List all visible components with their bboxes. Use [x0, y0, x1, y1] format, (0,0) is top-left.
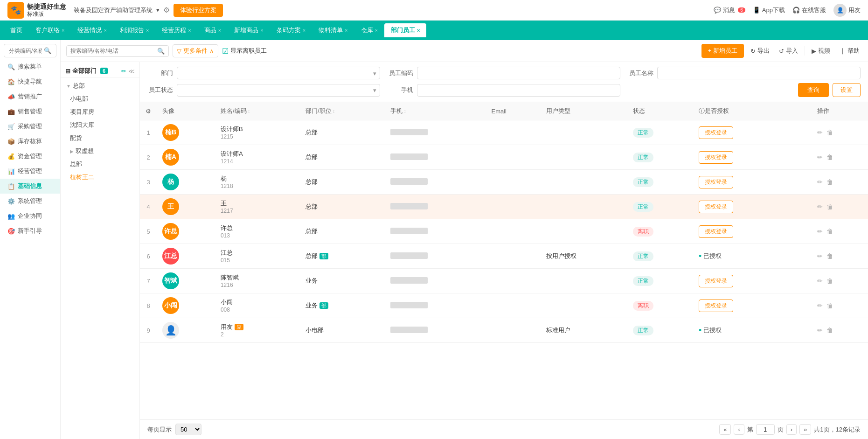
close-icon[interactable]: × — [375, 28, 378, 33]
sidebar-search-input[interactable] — [9, 48, 42, 54]
trial-btn[interactable]: 体验行业方案 — [174, 4, 223, 17]
help-btn[interactable]: ｜ 帮助 — [837, 45, 862, 57]
tab-customer[interactable]: 客户联络 × — [29, 23, 71, 37]
edit-icon[interactable]: ✏ — [817, 302, 823, 309]
edit-icon[interactable]: ✏ — [817, 203, 823, 210]
edit-icon[interactable]: ✏ — [817, 153, 823, 161]
th-settings[interactable]: ⚙ — [140, 102, 157, 120]
setting-btn[interactable]: 设置 — [833, 83, 861, 97]
delete-icon[interactable]: 🗑 — [826, 327, 833, 334]
app-download-btn[interactable]: 📱 App下载 — [753, 6, 785, 14]
delete-icon[interactable]: 🗑 — [826, 129, 833, 136]
sidebar-item-marketing[interactable]: 📣 营销推广 — [0, 89, 60, 104]
query-btn[interactable]: 查询 — [798, 83, 829, 97]
auth-login-btn[interactable]: 授权登录 — [699, 176, 733, 188]
cell-auth[interactable]: 授权登录 — [693, 120, 788, 145]
close-icon[interactable]: × — [218, 28, 221, 33]
close-icon[interactable]: × — [188, 28, 191, 33]
delete-icon[interactable]: 🗑 — [826, 277, 833, 285]
cell-auth[interactable]: 授权登录 — [693, 195, 788, 219]
edit-icon[interactable]: ✏ — [817, 252, 823, 260]
edit-icon[interactable]: ✏ — [817, 228, 823, 235]
close-icon[interactable]: × — [146, 28, 149, 33]
tab-bom[interactable]: 物料清单 × — [312, 23, 354, 37]
tab-barcode[interactable]: 条码方案 × — [270, 23, 312, 37]
sidebar-item-inventory[interactable]: 📦 库存核算 — [0, 134, 60, 149]
status-select-wrap[interactable] — [177, 84, 380, 97]
sidebar-item-sales[interactable]: 💼 销售管理 — [0, 104, 60, 119]
prev-page-btn[interactable]: ‹ — [734, 424, 744, 435]
sidebar-item-system[interactable]: ⚙️ 系统管理 — [0, 194, 60, 209]
dept-item-xlk[interactable]: 项目库房 — [61, 105, 139, 118]
import-btn[interactable]: ↺ 导入 — [776, 45, 801, 57]
th-name[interactable]: 姓名/编码 — [215, 102, 300, 120]
close-icon[interactable]: × — [345, 28, 347, 33]
dept-item-xbd[interactable]: 小电部 — [61, 92, 139, 105]
page-size-select[interactable]: 50 100 — [175, 424, 201, 435]
dept-search-box[interactable]: 🔍 — [66, 45, 169, 57]
tab-employees[interactable]: 部门员工 × — [384, 23, 426, 37]
collapse-icon[interactable]: ≪ — [128, 68, 135, 75]
tab-history[interactable]: 经营历程 × — [155, 23, 197, 37]
dept-search-input[interactable] — [70, 48, 155, 54]
delete-icon[interactable]: 🗑 — [826, 228, 833, 235]
sidebar-item-guide[interactable]: 🎯 新手引导 — [0, 223, 60, 238]
delete-icon[interactable]: 🗑 — [826, 153, 833, 161]
add-employee-btn[interactable]: + 新增员工 — [701, 44, 744, 58]
sidebar-item-search[interactable]: 🔍 搜索菜单 — [0, 59, 60, 74]
dept-item-sydk[interactable]: 沈阳大库 — [61, 118, 139, 132]
system-select-btn[interactable]: ▾ — [156, 7, 160, 14]
dept-select-wrap[interactable] — [177, 67, 380, 79]
online-service-btn[interactable]: 🎧 在线客服 — [792, 6, 826, 14]
dept-item-head[interactable]: ▼ 总部 — [61, 79, 139, 92]
tab-warehouse[interactable]: 仓库 × — [354, 23, 384, 37]
tab-business[interactable]: 经营情况 × — [71, 23, 113, 37]
export-btn[interactable]: ↻ 导出 — [748, 45, 772, 57]
next-page-btn[interactable]: › — [786, 424, 797, 435]
sidebar-item-nav[interactable]: 🏠 快捷导航 — [0, 74, 60, 89]
sidebar-search-box[interactable]: 🔍 — [4, 44, 56, 57]
dept-item-zb[interactable]: 总部 — [61, 158, 139, 171]
delete-icon[interactable]: 🗑 — [826, 252, 833, 260]
settings-icon[interactable]: ⚙ — [163, 6, 170, 14]
status-select[interactable] — [177, 84, 380, 97]
cell-auth[interactable]: 授权登录 — [693, 170, 788, 195]
dept-select[interactable] — [177, 67, 380, 79]
tab-goods[interactable]: 商品 × — [198, 23, 228, 37]
close-icon[interactable]: × — [303, 28, 306, 33]
dept-item-zswer[interactable]: 植树王二 — [61, 171, 139, 184]
close-icon[interactable]: × — [62, 28, 64, 33]
close-icon[interactable]: × — [417, 28, 420, 33]
sidebar-item-collab[interactable]: 👥 企业协同 — [0, 209, 60, 223]
empname-input[interactable] — [657, 67, 861, 79]
dept-item-ph[interactable]: 配货 — [61, 132, 139, 145]
page-input[interactable] — [756, 424, 775, 435]
auth-login-btn[interactable]: 授权登录 — [699, 151, 733, 164]
auth-login-btn[interactable]: 授权登录 — [699, 300, 733, 312]
edit-dept-icon[interactable]: ✏ — [121, 68, 126, 75]
empcode-input[interactable] — [417, 67, 620, 79]
edit-icon[interactable]: ✏ — [817, 277, 823, 285]
sidebar-item-finance[interactable]: 💰 资金管理 — [0, 149, 60, 164]
close-icon[interactable]: × — [104, 28, 106, 33]
tab-home[interactable]: 首页 — [4, 23, 29, 37]
sidebar-item-purchase[interactable]: 🛒 采购管理 — [0, 119, 60, 134]
cell-auth[interactable]: 授权登录 — [693, 269, 788, 293]
last-page-btn[interactable]: » — [799, 424, 811, 435]
edit-icon[interactable]: ✏ — [817, 129, 823, 136]
cell-auth[interactable]: 授权登录 — [693, 293, 788, 318]
user-avatar[interactable]: 👤 用友 — [833, 4, 861, 17]
dept-item-sxc[interactable]: ▶ 双虚想 — [61, 145, 139, 158]
edit-icon[interactable]: ✏ — [817, 178, 823, 186]
auth-login-btn[interactable]: 授权登录 — [699, 225, 733, 238]
auth-login-btn[interactable]: 授权登录 — [699, 275, 733, 287]
show-resigned-checkbox[interactable]: ☑ 显示离职员工 — [222, 47, 267, 56]
tab-profit[interactable]: 利润报告 × — [113, 23, 155, 37]
delete-icon[interactable]: 🗑 — [826, 178, 833, 186]
auth-login-btn[interactable]: 授权登录 — [699, 201, 733, 213]
message-btn[interactable]: 💬 消息 6 — [714, 6, 745, 14]
th-dept[interactable]: 部门/职位 — [300, 102, 385, 120]
first-page-btn[interactable]: « — [719, 424, 731, 435]
sidebar-item-operation[interactable]: 📊 经营管理 — [0, 164, 60, 179]
cell-auth[interactable]: 授权登录 — [693, 219, 788, 244]
